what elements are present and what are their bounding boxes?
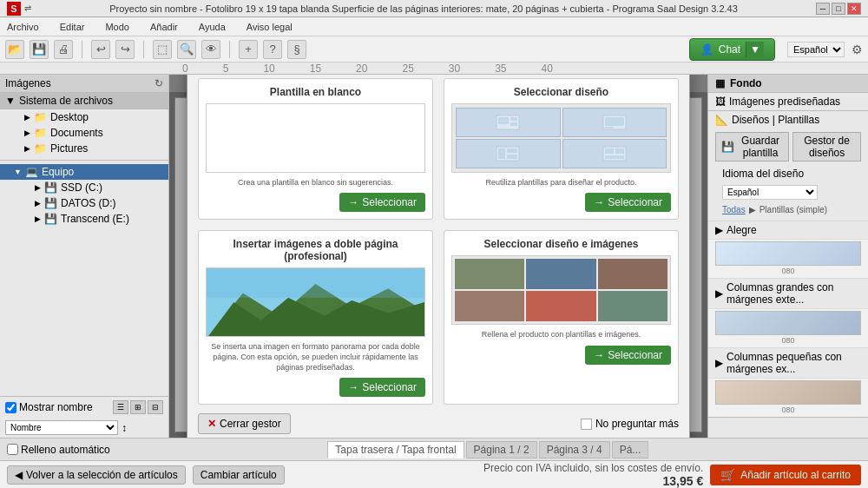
undo-button[interactable]: ↩ [91,40,110,59]
menu-anadir[interactable]: Añadir [147,20,181,34]
select-arrow-icon: → [594,349,604,361]
toolbar: 📂 💾 🖨 ↩ ↪ ⬚ 🔍 👁 + ? § 👤 Chat ▼ Español [0,36,868,63]
tpl-cell-2 [562,108,667,137]
large-columns-item[interactable]: ▶ Columnas grandes con márgenes exte... [708,278,868,308]
page-tab-0[interactable]: Tapa trasera / Tapa frontal [327,441,464,458]
tree-label: SSD (C:) [61,181,102,194]
tree-item-pictures[interactable]: ▶ 📁 Pictures [0,141,168,156]
blank-template-desc: Crea una plantilla en blanco sin sugeren… [206,178,425,188]
right-controls: Español ⚙ [787,42,863,57]
gestor-button[interactable]: Gestor de diseños [792,132,861,162]
select-arrow-icon: → [348,196,358,208]
close-button[interactable]: ✕ [847,3,861,15]
tree-item-desktop[interactable]: ▶ 📁 Desktop [0,109,168,125]
panorama-svg [207,267,424,337]
change-article-button[interactable]: Cambiar artículo [193,465,285,485]
open-button[interactable]: 📂 [5,40,24,59]
panel-refresh-icon[interactable]: ↻ [155,77,163,89]
save-template-button[interactable]: 💾 Guardar plantilla [715,132,789,162]
add-icon: + [245,43,252,56]
view-button[interactable]: 👁 [201,40,220,59]
svg-rect-18 [207,267,424,298]
menu-ayuda[interactable]: Ayuda [195,20,229,34]
design-images-select-button[interactable]: → Seleccionar [585,346,671,365]
photo-grid [452,256,670,324]
cart-label: Añadir artículo al carrito [740,469,851,481]
svg-rect-8 [498,148,505,159]
show-name-label[interactable]: Mostrar nombre [5,401,93,413]
add-button[interactable]: + [239,40,258,59]
language-select[interactable]: Español [787,42,845,57]
blank-select-button[interactable]: → Seleccionar [339,193,425,212]
modal-footer: ✕ Cerrar gestor No preguntar más [198,413,679,434]
menu-modo[interactable]: Modo [102,20,133,34]
print-button[interactable]: 🖨 [54,40,73,59]
show-name-checkbox[interactable] [5,402,16,413]
drive-icon: 💾 [44,213,57,225]
large-columns-label: Columnas grandes con márgenes exte... [727,281,861,306]
blank-template-title: Plantilla en blanco [206,86,425,98]
redo-button[interactable]: ↪ [115,40,135,59]
tree-item-documents[interactable]: ▶ 📁 Documents [0,125,168,141]
designs-section-header[interactable]: 📐 Diseños | Plantillas [708,111,868,129]
menu-editar[interactable]: Editar [56,20,89,34]
zoom-button[interactable]: 🔍 [177,40,196,59]
tree-item-datos[interactable]: ▶ 💾 DATOS (D:) [0,195,168,211]
dollar-button[interactable]: § [287,40,306,59]
predesigned-section-header[interactable]: 🖼 Imágenes prediseñadas [708,93,868,110]
menu-archivo[interactable]: Archivo [3,20,43,34]
folder-icon: 📁 [34,127,47,139]
chat-button[interactable]: 👤 Chat ▼ [689,38,775,61]
svg-rect-5 [605,117,624,126]
svg-rect-9 [507,148,517,153]
grid-view-button[interactable]: ⊞ [130,400,146,414]
tree-label: Equipo [42,166,74,178]
view-buttons: ☰ ⊞ ⊟ [113,400,163,414]
blank-preview-area [207,104,424,172]
back-to-selection-button[interactable]: ◀ Volver a la selección de artículos [7,465,186,485]
autofill-checkbox[interactable] [7,444,18,455]
tree-item-equipo[interactable]: ▼ 💻 Equipo [0,164,168,180]
drive-icon: 💾 [44,197,57,209]
thumb-image-2 [715,311,861,335]
settings-gear-icon[interactable]: ⚙ [852,43,863,56]
menu-aviso[interactable]: Aviso legal [243,20,296,34]
view-icon: 👁 [206,43,217,56]
large-view-button[interactable]: ⊟ [148,400,163,414]
maximize-button[interactable]: □ [832,3,845,15]
blank-select-label: Seleccionar [362,196,417,208]
price-info: Precio con IVA incluido, sin los costes … [483,462,703,488]
no-ask-checkbox[interactable] [581,419,592,430]
tree-item-transcend[interactable]: ▶ 💾 Transcend (E:) [0,211,168,227]
tree-arrow-icon: ▶ [35,183,41,192]
add-to-cart-button[interactable]: 🛒 Añadir artículo al carrito [710,465,861,485]
filesystem-section-header[interactable]: ▼ Sistema de archivos [0,93,168,109]
expand-arrow-icon: ▶ [715,357,723,369]
design-select-button[interactable]: → Seleccionar [585,193,671,212]
select-button[interactable]: ⬚ [153,40,172,59]
tpl-cell-1 [456,108,561,137]
design-language-select[interactable]: Español [722,185,818,200]
page-tab-2[interactable]: Página 3 / 4 [539,441,610,458]
sort-icon[interactable]: ↕ [122,422,127,434]
tree-item-ssd[interactable]: ▶ 💾 SSD (C:) [0,180,168,195]
small-columns-item[interactable]: ▶ Columnas pequeñas con márgenes ex... [708,347,868,378]
help-button[interactable]: ? [263,40,282,59]
grid-icon: ▦ [715,77,725,89]
zoom-icon: 🔍 [180,43,194,56]
tree-label: Documents [50,127,103,139]
sort-select[interactable]: Nombre [5,420,118,435]
alegre-item[interactable]: ▶ Alegre [708,221,868,239]
list-view-button[interactable]: ☰ [113,400,128,414]
saal-logo: S [7,2,21,16]
right-scroll-area[interactable]: 🖼 Imágenes prediseñadas 📐 Diseños | Plan… [708,93,868,438]
filter-all-link[interactable]: Todas [722,205,746,214]
panorama-select-button[interactable]: → Seleccionar [339,378,425,397]
save-button[interactable]: 💾 [30,40,49,59]
close-manager-button[interactable]: ✕ Cerrar gestor [198,413,291,434]
page-tab-1[interactable]: Página 1 / 2 [466,441,537,458]
minimize-button[interactable]: ─ [816,3,830,15]
page-tab-3[interactable]: Pá... [612,441,649,458]
autofill-label[interactable]: Relleno automático [7,444,110,456]
chat-dropdown-arrow[interactable]: ▼ [746,42,764,57]
